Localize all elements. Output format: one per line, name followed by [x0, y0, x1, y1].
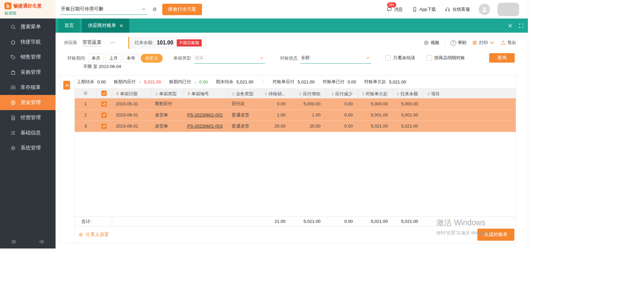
period-this-month[interactable]: 本月	[88, 54, 104, 63]
cell-increase: 1.00	[290, 109, 325, 121]
sort-icon	[331, 92, 334, 96]
expand-panel-button[interactable]	[63, 81, 70, 90]
sort-icon	[362, 92, 365, 96]
sort-icon	[155, 92, 158, 96]
help-button[interactable]: ? 帮助	[450, 40, 467, 46]
print-button[interactable]: 打印	[472, 40, 495, 46]
online-service-button[interactable]: 在线客服	[445, 6, 470, 12]
grid-area: 上期结余0.00 账期内应付↑5,021.00 账期内已付↓0.00 期末结余5…	[75, 75, 516, 243]
column-header-decrease[interactable]: 应付减少	[325, 88, 358, 98]
tabbar-controls	[508, 19, 524, 33]
sidebar-item-search-menu[interactable]: 搜索菜单	[0, 19, 56, 34]
column-header-owed[interactable]: 对账单欠款	[358, 88, 393, 98]
totals-label: 合计:	[75, 217, 112, 226]
phone-icon	[412, 6, 417, 12]
sales-tag-icon	[10, 54, 16, 60]
inventory-box-icon	[10, 85, 16, 91]
row-checkbox[interactable]	[96, 98, 112, 109]
topbar-gear-icon[interactable]	[152, 6, 158, 12]
row-checkbox[interactable]	[96, 109, 112, 121]
row-checkbox[interactable]	[96, 121, 112, 132]
sidebar-item-system[interactable]: 系统管理	[0, 140, 56, 156]
column-header-doc-type[interactable]: 单据类型	[151, 88, 183, 98]
totals-row: 合计: 21.00 5,021.00 0.00 5,021.00 5,021.0…	[75, 216, 516, 226]
column-header-date[interactable]: 单据日期	[112, 88, 151, 98]
totals-balance: 5,021.00	[393, 217, 423, 226]
supplier-value[interactable]: 苦苦蔬菜	[82, 39, 101, 46]
balance-value: 101.00	[157, 40, 173, 46]
content-area: 供应商 苦苦蔬菜 往来余额: 101.00 不固定账期 视频 ?	[56, 35, 528, 251]
tab-close-icon[interactable]	[120, 24, 123, 28]
brand-logo-icon: b	[4, 2, 11, 9]
cell-doc-no	[183, 98, 228, 109]
column-settings-gear-icon[interactable]	[75, 88, 96, 98]
page-tools: 视频 ? 帮助 打印 导出	[423, 40, 516, 46]
status-select[interactable]: 全部	[300, 53, 371, 64]
person-icon	[481, 6, 488, 13]
supplier-more-icon[interactable]	[110, 40, 115, 45]
experience-solution-button[interactable]: 体验行业方案	[162, 4, 202, 15]
video-button[interactable]: 视频	[423, 40, 439, 46]
cell-doc-type: 期初应付	[151, 98, 183, 109]
empty-grid-space	[75, 132, 516, 217]
user-name-blurred[interactable]	[498, 3, 519, 16]
sidebar-item-funds[interactable]: 资金管理	[0, 95, 56, 110]
account-set-dropdown[interactable]: 开账日期可停用可删	[60, 4, 147, 15]
sort-icon	[116, 92, 119, 96]
operations-doc-icon	[10, 115, 16, 121]
export-button[interactable]: 导出	[500, 40, 516, 46]
edition-label: 标准版	[4, 10, 52, 16]
doc-type-select[interactable]: 选择...	[194, 53, 265, 64]
column-header-pending[interactable]: 待核销...	[259, 88, 290, 98]
cell-project	[423, 121, 516, 132]
cell-project	[423, 109, 516, 121]
sidebar-item-operations[interactable]: 经营管理	[0, 110, 56, 125]
share-settings-button[interactable]: 分享人设置	[78, 232, 109, 238]
tab-supplier-statement[interactable]: 供应商对账单	[82, 19, 129, 33]
sidebar-item-quick-nav[interactable]: 快捷导航	[0, 34, 56, 49]
fullscreen-icon[interactable]	[519, 23, 524, 28]
period-label: 对账期间	[67, 55, 85, 61]
doc-no-link[interactable]: PS-20230601-002	[187, 112, 223, 117]
column-header-balance[interactable]: 往来余额	[393, 88, 423, 98]
app-download-button[interactable]: App下载	[412, 6, 436, 12]
doc-no-link[interactable]: PS-20230601-003	[187, 124, 223, 129]
totals-pending: 21.00	[259, 217, 290, 226]
row-number: 1	[75, 98, 96, 109]
sidebar-item-base-info[interactable]: 基础信息	[0, 125, 56, 140]
generate-statement-button[interactable]: 生成对账单	[477, 229, 514, 241]
settings-gear-icon[interactable]	[11, 239, 17, 246]
chevron-down-icon	[366, 56, 370, 60]
column-header-project[interactable]: 项目	[423, 88, 516, 98]
table-row[interactable]: 2 2023-06-01 进货单 PS-20230601-002 普通进货 1.…	[75, 109, 516, 121]
query-button[interactable]: 查询	[489, 53, 515, 63]
messages-button[interactable]: 99+ 消息	[386, 6, 403, 12]
cell-increase: 5,000.00	[290, 98, 325, 109]
sidebar-item-purchase[interactable]: 采购管理	[0, 65, 56, 80]
tab-home[interactable]: 首页	[58, 19, 80, 33]
column-header-increase[interactable]: 应付增加	[290, 88, 325, 98]
close-all-tabs-icon[interactable]	[508, 23, 513, 28]
column-header-biz-type[interactable]: 业务类型	[228, 88, 259, 98]
balance-box: 往来余额: 101.00 不固定账期	[128, 37, 207, 49]
table-row[interactable]: 1 2023-05-31 期初应付 应付款 0.00 5,000.00 0.00…	[75, 98, 516, 109]
app-window: b 畅捷通好生意 标准版 搜索菜单 快捷导航 销售管理 采购管理	[0, 0, 528, 248]
period-last-month[interactable]: 上月	[106, 54, 121, 63]
supplier-label: 供应商	[64, 40, 77, 46]
table-row[interactable]: 3 2023-06-01 进货单 PS-20230601-003 普通进货 20…	[75, 121, 516, 132]
period-range-value[interactable]: 不限 至 2023-06-04	[83, 64, 121, 70]
cell-pending: 0.00	[259, 98, 290, 109]
period-custom[interactable]: 自定义	[141, 54, 163, 63]
announcement-speaker-icon[interactable]	[39, 239, 45, 246]
help-icon: ?	[450, 40, 456, 46]
sidebar-item-inventory[interactable]: 库存核算	[0, 80, 56, 95]
period-this-year[interactable]: 本年	[123, 54, 139, 63]
column-header-doc-no[interactable]: 单据编号	[183, 88, 228, 98]
summary-paid-in-period: 账期内已付↓0.00	[169, 79, 208, 85]
checkbox-unsettled[interactable]: 只看未结清	[385, 55, 415, 61]
sidebar-item-sales[interactable]: 销售管理	[0, 49, 56, 65]
select-all-checkbox[interactable]	[96, 88, 112, 98]
cell-doc-type: 进货单	[151, 109, 183, 121]
user-avatar[interactable]	[479, 4, 490, 15]
checkbox-by-item[interactable]: 按商品明细对账	[427, 55, 465, 61]
